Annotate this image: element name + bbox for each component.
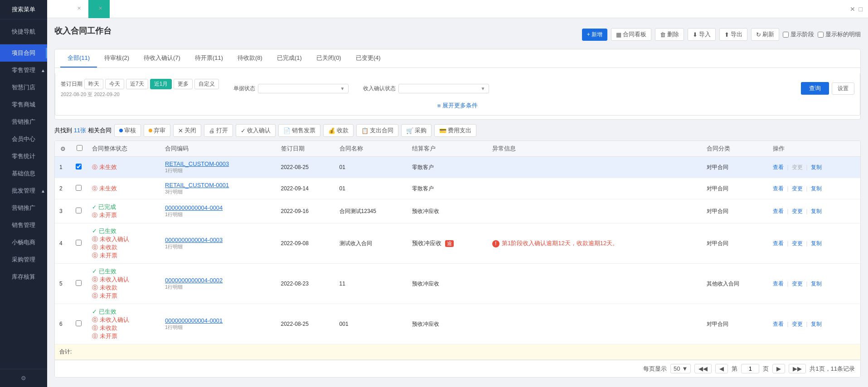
last-page-button[interactable]: ▶▶	[789, 364, 806, 373]
copy-button[interactable]: 复制	[811, 185, 822, 192]
sidebar-item-wholesale[interactable]: 批发管理	[0, 182, 47, 199]
page-number-input[interactable]	[741, 364, 759, 373]
select-all-checkbox[interactable]	[77, 145, 82, 151]
income-confirm-select[interactable]: ▼	[398, 84, 489, 93]
expand-filter-button[interactable]: ≡ 展开更多条件	[437, 102, 478, 110]
sidebar-item-online-store[interactable]: 零售商城	[0, 96, 47, 113]
filter-tab-pending-payment[interactable]: 待收款(8)	[230, 49, 270, 68]
close-action-button[interactable]: ✕ 关闭	[173, 124, 201, 137]
date-1month[interactable]: 近1月	[150, 79, 172, 89]
new-button[interactable]: + 新增	[582, 29, 607, 41]
code-link[interactable]: RETAIL_CUSTOM-0001	[165, 182, 229, 189]
row-checkbox[interactable]	[71, 264, 87, 304]
print-button[interactable]: 🖨 打开	[204, 124, 233, 137]
tab-income-workbench-close[interactable]: ✕	[98, 5, 102, 11]
doc-status-select[interactable]: ▼	[258, 84, 349, 93]
income-confirm-button[interactable]: ✓ 收入确认	[236, 124, 276, 137]
row-checkbox[interactable]	[71, 199, 87, 223]
copy-button[interactable]: 复制	[811, 281, 822, 287]
code-link[interactable]: 0000000000004-0004	[165, 204, 223, 211]
sidebar-item-marketing[interactable]: 营销推广	[0, 113, 47, 131]
code-link[interactable]: 0000000000004-0001	[165, 317, 223, 324]
copy-button[interactable]: 复制	[811, 240, 822, 247]
code-link[interactable]: 0000000000004-0002	[165, 277, 223, 284]
sidebar-item-retail-mgmt[interactable]: 零售管理	[0, 62, 47, 79]
abandon-button[interactable]: 弃审	[144, 124, 170, 137]
tab-contract-category-close[interactable]: ✕	[77, 5, 81, 11]
tab-income-workbench[interactable]: ✕	[88, 0, 110, 18]
tab-contract-category[interactable]: ✕	[67, 0, 88, 18]
row-checkbox[interactable]	[71, 157, 87, 178]
col-settings[interactable]: ⚙	[55, 141, 71, 157]
filter-settings-button[interactable]: 设置	[832, 82, 854, 95]
sidebar-search[interactable]: 搜索菜单	[0, 0, 47, 19]
edit-button[interactable]: 变更	[792, 240, 803, 247]
next-page-button[interactable]: ▶	[772, 364, 785, 373]
code-link[interactable]: 0000000000004-0003	[165, 237, 223, 243]
date-custom[interactable]: 自定义	[194, 79, 219, 89]
date-more[interactable]: 更多	[174, 79, 193, 89]
sidebar-item-smart-store[interactable]: 智慧门店	[0, 79, 47, 96]
copy-button[interactable]: 复制	[811, 321, 822, 327]
show-stage-checkbox[interactable]: 显示阶段	[783, 30, 814, 39]
delete-button[interactable]: 🗑 删除	[655, 28, 684, 41]
date-7days[interactable]: 近7天	[126, 79, 148, 89]
payment-button[interactable]: 💰 收款	[323, 124, 354, 137]
filter-tab-pending-invoice[interactable]: 待开票(11)	[188, 49, 230, 68]
copy-button[interactable]: 复制	[811, 208, 822, 214]
row-checkbox[interactable]	[71, 223, 87, 264]
query-button[interactable]: 查询	[801, 82, 829, 95]
tab-home[interactable]	[53, 0, 67, 18]
export-button[interactable]: ⬆ 导出	[719, 28, 747, 41]
show-detail-checkbox[interactable]: 显示标的明细	[818, 30, 861, 39]
view-button[interactable]: 查看	[773, 185, 784, 192]
sidebar-item-retail-stats[interactable]: 零售统计	[0, 148, 47, 165]
sidebar-item-basic-info[interactable]: 基础信息	[0, 165, 47, 182]
filter-tab-all[interactable]: 全部(11)	[60, 49, 97, 68]
purchase-button[interactable]: 🛒 采购	[401, 124, 432, 137]
edit-button[interactable]: 变更	[792, 185, 803, 192]
date-today[interactable]: 今天	[105, 79, 124, 89]
panel-button[interactable]: ▦ 合同看板	[611, 28, 651, 41]
row-checkbox[interactable]	[71, 178, 87, 199]
review-button[interactable]: 审核	[114, 124, 141, 137]
edit-button[interactable]: 变更	[792, 281, 803, 287]
import-button[interactable]: ⬇ 导入	[688, 28, 716, 41]
filter-tab-completed[interactable]: 已完成(1)	[270, 49, 309, 68]
code-link[interactable]: RETAIL_CUSTOM-0003	[165, 160, 229, 167]
tabs-close-all-icon[interactable]: ✕	[850, 5, 855, 13]
tabs-restore-icon[interactable]: □	[859, 5, 863, 13]
sidebar-item-marketing2[interactable]: 营销推广	[0, 199, 47, 217]
sidebar-item-quick-nav[interactable]: 快捷导航	[0, 23, 47, 40]
edit-button[interactable]: 变更	[792, 208, 803, 214]
sidebar-item-project[interactable]: 项目合同	[0, 44, 47, 62]
sidebar-item-member[interactable]: 会员中心	[0, 131, 47, 148]
view-button[interactable]: 查看	[773, 208, 784, 214]
expand-icon: ≡	[437, 102, 441, 109]
sidebar-settings[interactable]: ⚙	[0, 369, 47, 387]
sidebar-item-purchase[interactable]: 采购管理	[0, 251, 47, 268]
prev-page-button[interactable]: ◀	[715, 364, 728, 373]
sidebar-item-sales-mgmt[interactable]: 销售管理	[0, 217, 47, 234]
view-button[interactable]: 查看	[773, 240, 784, 247]
copy-button[interactable]: 复制	[811, 164, 822, 170]
refresh-button[interactable]: ↻ 刷新	[751, 28, 779, 41]
edit-button[interactable]: 变更	[792, 321, 803, 327]
filter-tab-pending-review[interactable]: 待审核(2)	[97, 49, 136, 68]
edit-button[interactable]: 变更	[792, 164, 803, 170]
expense-button[interactable]: 💳 费用支出	[434, 124, 476, 137]
view-button[interactable]: 查看	[773, 164, 784, 170]
first-page-button[interactable]: ◀◀	[694, 364, 712, 373]
date-yesterday[interactable]: 昨天	[84, 79, 103, 89]
sales-invoice-button[interactable]: 📄 销售发票	[278, 124, 320, 137]
filter-tab-changed[interactable]: 已变更(4)	[349, 49, 388, 68]
view-button[interactable]: 查看	[773, 281, 784, 287]
page-size-select[interactable]: 50 ▼	[670, 364, 691, 373]
filter-tab-closed[interactable]: 已关闭(0)	[309, 49, 349, 68]
expense-out-button[interactable]: 📋 支出合同	[356, 124, 398, 137]
sidebar-item-inventory[interactable]: 库存核算	[0, 268, 47, 285]
row-checkbox[interactable]	[71, 304, 87, 344]
view-button[interactable]: 查看	[773, 321, 784, 327]
filter-tab-pending-income-confirm[interactable]: 待收入确认(7)	[136, 49, 188, 68]
sidebar-item-ecommerce[interactable]: 小畅电商	[0, 234, 47, 251]
